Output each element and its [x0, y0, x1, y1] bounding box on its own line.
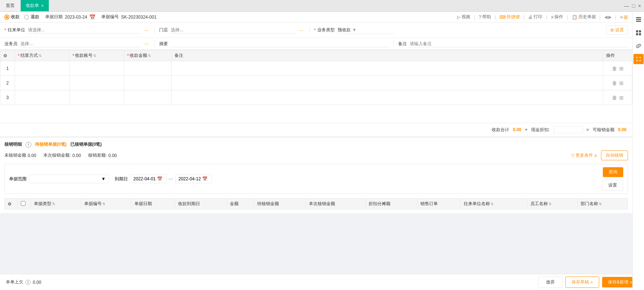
- sidebar-grid-icon[interactable]: [633, 28, 644, 38]
- sort-icon-doctype: ⇅: [52, 202, 55, 206]
- copy-icon-1[interactable]: ⊞: [619, 66, 624, 71]
- abandon-button[interactable]: 放弃: [538, 277, 562, 288]
- counterpart-more-button[interactable]: ···: [143, 27, 150, 33]
- sort-counterpart[interactable]: 往来单位名称 ⇅: [464, 201, 524, 207]
- business-type-select[interactable]: 预收款 ▼: [336, 26, 394, 34]
- refund-radio[interactable]: 退款: [24, 14, 39, 20]
- salesperson-more-button[interactable]: ···: [143, 41, 150, 47]
- receipt-type-group: 收款 退款: [4, 14, 39, 20]
- next-arrow[interactable]: ▶: [608, 15, 612, 20]
- minimize-button[interactable]: —: [624, 3, 629, 9]
- btable-settings-icon: ⚙: [8, 201, 12, 207]
- counterpart-input[interactable]: [27, 27, 142, 34]
- delete-icon-1[interactable]: 🗑: [612, 66, 617, 71]
- cell-account-3[interactable]: [70, 90, 124, 105]
- table-row: 2 🗑 ⊞: [0, 76, 632, 90]
- sidebar-table-icon[interactable]: [633, 15, 644, 25]
- shortcut-button[interactable]: ⌨ 快捷键: [499, 14, 520, 20]
- due-label: 到期日: [115, 176, 128, 182]
- copy-icon-2[interactable]: ⊞: [619, 80, 624, 86]
- copy-icon-3[interactable]: ⊞: [619, 95, 624, 101]
- cell-amount-1[interactable]: [124, 61, 172, 76]
- cell-note-3[interactable]: [172, 90, 603, 105]
- date-to-input[interactable]: 2022-04-12 📅: [175, 175, 212, 183]
- salesperson-input[interactable]: [19, 40, 141, 47]
- prev-arrow[interactable]: ◀: [604, 15, 608, 20]
- cell-amount-3[interactable]: [124, 90, 172, 105]
- store-input[interactable]: [169, 27, 296, 34]
- range-select[interactable]: ▼: [29, 175, 109, 183]
- maximize-button[interactable]: □: [632, 3, 635, 9]
- cell-payment-3[interactable]: [15, 90, 70, 105]
- filter-setup-button[interactable]: 设置: [602, 180, 623, 191]
- sidebar-link-icon[interactable]: [633, 41, 644, 51]
- date-from-input[interactable]: 2022-04-01 📅: [130, 175, 166, 183]
- settings-gear-icon: ⚙: [610, 28, 614, 33]
- receipt-radio[interactable]: 收款: [4, 14, 20, 20]
- query-button[interactable]: 查询: [603, 167, 623, 177]
- store-more-button[interactable]: ···: [298, 27, 305, 33]
- required-star3: *: [127, 53, 129, 58]
- sort-amount[interactable]: * 收款金额 ⇅: [127, 52, 168, 59]
- sort-employee[interactable]: 员工名称 ⇅: [530, 201, 574, 207]
- verif-info-icon[interactable]: i: [25, 142, 31, 148]
- info-icon-footer[interactable]: i: [25, 280, 31, 285]
- cell-payment-2[interactable]: [15, 76, 70, 90]
- summary-input[interactable]: [169, 40, 389, 47]
- cell-note-2[interactable]: [172, 76, 603, 90]
- btype-required: *: [314, 28, 316, 33]
- form-row-1: * 往来单位 ··· 门店 ··· * 业务类型 预收款 ▼: [0, 23, 632, 38]
- print-button[interactable]: 🖨 打印: [528, 14, 542, 20]
- chevron-up-icon: ∧: [594, 153, 597, 158]
- date-calendar-icon[interactable]: 📅: [89, 14, 95, 20]
- sort-icon-amount: ⇅: [148, 54, 151, 58]
- sidebar-expand-icon[interactable]: [633, 54, 644, 64]
- settings-button[interactable]: ⚙ 设置: [606, 26, 628, 35]
- diff-stat: 核销差额: 0.00: [88, 152, 117, 158]
- number-value[interactable]: SK-20230324-001: [121, 15, 156, 20]
- note-input[interactable]: [408, 40, 628, 47]
- sort-dept[interactable]: 部门名称 ⇅: [581, 201, 625, 207]
- sort-doc-number[interactable]: 单据编号 ⇅: [84, 201, 128, 207]
- tab-close-icon[interactable]: ×: [41, 3, 44, 8]
- pending-tab[interactable]: 待核销单据(0笔): [35, 141, 67, 148]
- date-value[interactable]: 2023-03-24: [65, 15, 87, 20]
- settings-area: ⚙ 设置: [606, 26, 628, 35]
- select-all-checkbox[interactable]: [21, 201, 25, 206]
- th-note: 备注: [172, 50, 603, 61]
- cell-account-1[interactable]: [70, 61, 124, 76]
- help-icon: ?: [479, 15, 481, 20]
- svg-rect-4: [639, 30, 641, 32]
- sep1: |: [474, 15, 475, 20]
- completed-tab[interactable]: 已核销单据(0笔): [70, 141, 102, 148]
- save-draft-button[interactable]: 保存草稿 ∧: [565, 277, 599, 288]
- operation-button[interactable]: ≡ 操作: [551, 14, 563, 20]
- grid-view-icon[interactable]: ⊞: [624, 14, 628, 20]
- delete-icon-2[interactable]: 🗑: [612, 80, 617, 86]
- sort-account[interactable]: * 收款账号 ⇅: [72, 52, 121, 59]
- list-view-icon[interactable]: ≡: [620, 14, 623, 20]
- svg-rect-6: [639, 33, 641, 35]
- cell-payment-1[interactable]: [15, 61, 70, 76]
- refund-radio-label: 退款: [31, 14, 39, 20]
- sort-doc-type[interactable]: 单据类型 ⇅: [34, 201, 78, 207]
- bth-checkbox[interactable]: [18, 199, 31, 209]
- history-button[interactable]: 📋 历史单据: [572, 14, 596, 20]
- bth-settings[interactable]: ⚙: [5, 199, 18, 209]
- svg-rect-5: [636, 33, 638, 35]
- tab-home[interactable]: 首页: [0, 0, 21, 11]
- discount-input[interactable]: [554, 126, 583, 133]
- sort-payment[interactable]: * 结算方式 ⇅: [18, 52, 66, 59]
- unverified-stat: 未核销金额 0.00: [4, 152, 36, 158]
- th-settings[interactable]: ⚙: [0, 50, 15, 61]
- more-conditions-button[interactable]: ▽ 更多条件 ∧: [571, 152, 597, 158]
- help-button[interactable]: ? 帮助: [479, 14, 491, 20]
- auto-verify-button[interactable]: 自动核销: [601, 150, 628, 160]
- cell-account-2[interactable]: [70, 76, 124, 90]
- cell-amount-2[interactable]: [124, 76, 172, 90]
- close-button[interactable]: ×: [638, 3, 641, 9]
- video-button[interactable]: ▷ 视频: [457, 14, 470, 20]
- delete-icon-3[interactable]: 🗑: [612, 95, 617, 101]
- cell-note-1[interactable]: [172, 61, 603, 76]
- tab-receipt[interactable]: 收款单 ×: [21, 0, 49, 11]
